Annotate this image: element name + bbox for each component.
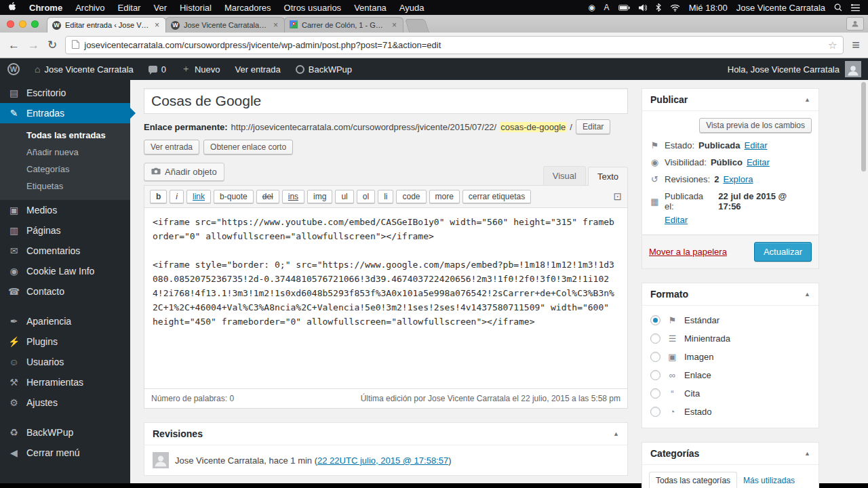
radio[interactable] [650, 333, 660, 344]
tab-close-icon[interactable]: × [391, 20, 398, 30]
sidebar-item-backwpup[interactable]: ♻ BackWPup [0, 422, 130, 443]
spotlight-icon[interactable] [834, 3, 842, 12]
submenu-anadir-nueva[interactable]: Añadir nueva [0, 144, 130, 161]
tab-visual[interactable]: Visual [543, 166, 586, 185]
edit-slug-button[interactable]: Editar [576, 119, 610, 134]
screen-record-icon[interactable]: ◉ [588, 3, 595, 12]
chrome-menu-icon[interactable]: ≡ [852, 37, 860, 53]
format-option-enlace[interactable]: ∞ Enlace [642, 366, 818, 384]
qt-ol-button[interactable]: ol [357, 190, 375, 203]
qt-more-button[interactable]: more [429, 190, 460, 203]
tab-close-icon[interactable]: × [153, 20, 161, 30]
zoom-button[interactable] [31, 20, 39, 28]
sidebar-item-cookie-law-info[interactable]: ◉ Cookie Law Info [0, 261, 130, 281]
edit-status-link[interactable]: Editar [745, 140, 768, 150]
menu-chrome[interactable]: Chrome [29, 3, 62, 13]
bluetooth-icon[interactable] [656, 3, 661, 12]
adminbar-comments[interactable]: 0 [141, 58, 174, 80]
qt-italic-button[interactable]: i [170, 190, 184, 203]
sidebar-item-comentarios[interactable]: ✉ Comentarios [0, 241, 130, 261]
avatar[interactable] [845, 61, 861, 77]
sidebar-item-cerrar-menu[interactable]: ◀ Cerrar menú [0, 443, 130, 463]
qt-del-button[interactable]: del [256, 190, 279, 203]
page-scrollbar[interactable] [861, 82, 866, 171]
new-tab-button[interactable] [405, 19, 429, 33]
browse-revisions-link[interactable]: Explora [723, 174, 753, 184]
categories-header[interactable]: Categorías ▲ [642, 443, 818, 465]
reload-button[interactable]: ↻ [47, 39, 57, 51]
tab-most-used[interactable]: Más utilizadas [737, 472, 801, 488]
tab-editar-entrada[interactable]: W Editar entrada ‹ Jose Vicen × [47, 17, 166, 33]
tab-close-icon[interactable]: × [272, 20, 279, 30]
wp-logo[interactable]: W [0, 58, 27, 80]
wifi-icon[interactable] [670, 4, 680, 12]
permalink-slug[interactable]: cosas-de-google [500, 122, 566, 132]
toggle-arrow-icon[interactable]: ▲ [613, 430, 619, 437]
fullscreen-icon[interactable]: ⊡ [613, 190, 622, 203]
sidebar-item-apariencia[interactable]: ✒ Apariencia [0, 311, 130, 331]
toggle-arrow-icon[interactable]: ▲ [804, 291, 810, 298]
sidebar-item-ajustes[interactable]: ⚙ Ajustes [0, 392, 130, 413]
format-option-estado[interactable]: ◔ Estado [642, 403, 818, 421]
qt-close-tags-button[interactable]: cerrar etiquetas [462, 190, 531, 203]
submenu-todas-las-entradas[interactable]: Todas las entradas [0, 127, 130, 144]
back-button[interactable]: ← [8, 39, 20, 51]
post-content-textarea[interactable]: <iframe src="https://www.youtube.com/emb… [144, 208, 627, 388]
bookmark-star-icon[interactable]: ☆ [828, 39, 837, 52]
sidebar-item-medios[interactable]: ▣ Medios [0, 200, 130, 220]
sidebar-item-herramientas[interactable]: ⚒ Herramientas [0, 372, 130, 392]
qt-ul-button[interactable]: ul [335, 190, 353, 203]
close-button[interactable] [7, 20, 14, 28]
radio[interactable] [650, 370, 660, 380]
qt-ins-button[interactable]: ins [282, 190, 304, 203]
tab-site-front[interactable]: W Jose Vicente Carratala | Pr × [165, 17, 285, 33]
menu-otros-usuarios[interactable]: Otros usuarios [284, 3, 342, 13]
tab-google-maps[interactable]: Carrer de Colón, 1 - Goog × [284, 17, 403, 33]
notification-center-icon[interactable] [851, 4, 860, 12]
menu-marcadores[interactable]: Marcadores [224, 3, 271, 13]
format-header[interactable]: Formato ▲ [642, 283, 818, 306]
format-option-estandar[interactable]: ⚑ Estándar [642, 311, 818, 329]
adminbar-site-name[interactable]: ⌂ Jose Vicente Carratala [27, 58, 141, 80]
volume-icon[interactable] [639, 4, 647, 12]
apple-menu-icon[interactable] [8, 2, 16, 14]
submenu-categorias[interactable]: Categorías [0, 161, 130, 178]
revision-date-link[interactable]: 22 22UTC julio, 2015 @ 17:58:57 [317, 455, 448, 466]
qt-link-button[interactable]: link [186, 190, 211, 203]
qt-bold-button[interactable]: b [150, 190, 167, 203]
qt-img-button[interactable]: img [307, 190, 332, 203]
add-media-button[interactable]: Añadir objeto [144, 163, 224, 181]
qt-li-button[interactable]: li [378, 190, 393, 203]
adminbar-new[interactable]: ＋ Nuevo [174, 58, 228, 80]
sidebar-item-usuarios[interactable]: ☺ Usuarios [0, 352, 130, 372]
publish-header[interactable]: Publicar ▲ [642, 89, 818, 111]
menu-ver[interactable]: Ver [153, 3, 167, 13]
menu-archivo[interactable]: Archivo [75, 3, 104, 13]
profile-button[interactable] [846, 17, 864, 30]
adminbar-backwpup[interactable]: BackWPup [288, 58, 359, 80]
format-option-imagen[interactable]: ▣ Imagen [642, 348, 818, 366]
menubar-user[interactable]: Jose Vicente Carratala [736, 3, 825, 13]
battery-icon[interactable] [618, 5, 630, 11]
edit-date-link[interactable]: Editar [665, 215, 688, 225]
menubar-clock[interactable]: Mié 18:00 [689, 3, 728, 13]
revisions-header[interactable]: Revisiones ▲ [144, 423, 627, 445]
sidebar-item-entradas[interactable]: ✎ Entradas [0, 103, 130, 123]
forward-button[interactable]: → [28, 39, 39, 51]
adminbar-my-account[interactable]: Hola, Jose Vicente Carratala [728, 64, 840, 75]
qt-code-button[interactable]: code [396, 190, 426, 203]
qt-blockquote-button[interactable]: b-quote [214, 190, 254, 203]
update-button[interactable]: Actualizar [754, 242, 812, 262]
move-to-trash-link[interactable]: Mover a la papelera [649, 247, 727, 257]
format-option-minientrada[interactable]: ☰ Minientrada [642, 329, 818, 348]
adminbar-view-post[interactable]: Ver entrada [228, 58, 288, 80]
radio-selected[interactable] [650, 315, 660, 325]
menu-historial[interactable]: Historial [180, 3, 212, 13]
menu-ayuda[interactable]: Ayuda [399, 3, 425, 13]
sidebar-item-plugins[interactable]: ⚡ Plugins [0, 331, 130, 352]
radio[interactable] [650, 388, 660, 399]
input-source-icon[interactable]: A [604, 3, 610, 12]
preview-changes-button[interactable]: Vista previa de los cambios [699, 118, 812, 133]
address-bar[interactable]: josevicentecarratala.com/cursowordpress/… [65, 36, 844, 54]
get-shortlink-button[interactable]: Obtener enlace corto [203, 140, 293, 155]
